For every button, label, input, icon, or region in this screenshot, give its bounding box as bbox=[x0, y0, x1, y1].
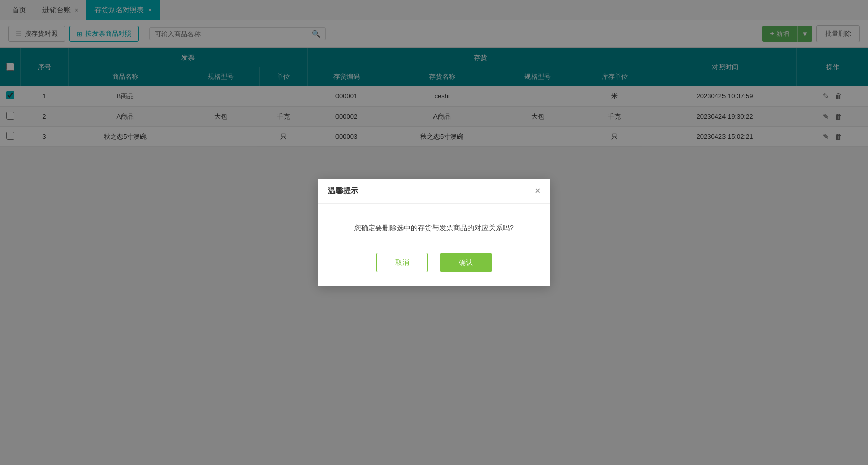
modal-overlay: 温馨提示 × 您确定要删除选中的存货与发票商品的对应关系吗? 取消 确认 bbox=[0, 0, 868, 147]
